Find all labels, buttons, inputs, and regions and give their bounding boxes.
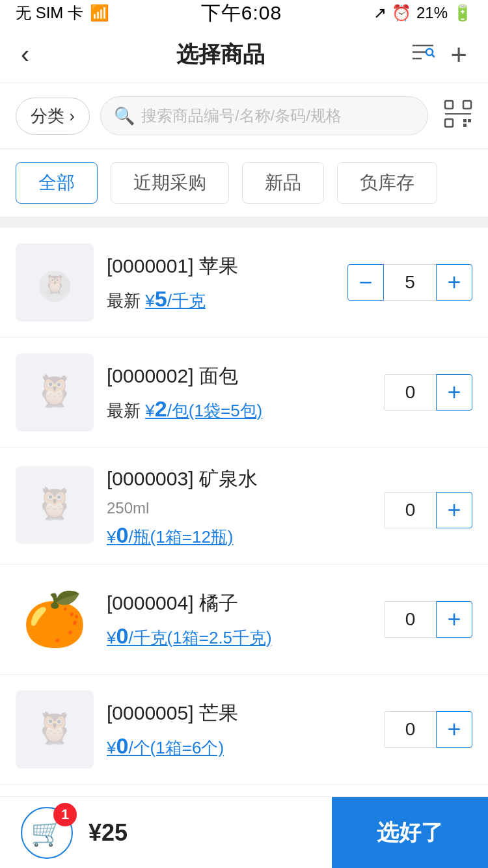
product-image-0000005: 🦉 <box>16 690 94 768</box>
status-bar: 无 SIM 卡 📶 下午6:08 ↗ ⏰ 21% 🔋 <box>0 0 488 26</box>
qty-plus-only: + <box>384 711 472 748</box>
price-currency: ¥0/千克(1箱=2.5千克) <box>107 628 272 647</box>
product-price: ¥0/瓶(1箱=12瓶) <box>107 522 371 549</box>
product-name: [0000001] 苹果 <box>107 253 334 280</box>
product-qty-0000005: + <box>384 711 472 748</box>
product-item: 🍊 [0000004] 橘子 ¥0/千克(1箱=2.5千克) + <box>0 565 488 675</box>
svg-rect-11 <box>463 124 467 127</box>
qty-input[interactable] <box>384 374 436 411</box>
product-price: 最新 ¥2/包(1袋=5包) <box>107 396 371 422</box>
cart-icon-wrap[interactable]: 🛒 1 <box>21 807 73 859</box>
product-item: 🦉 [0000001] 苹果 最新 ¥5/千克 − + <box>0 228 488 338</box>
battery-icon: 🔋 <box>453 4 472 22</box>
product-price: ¥0/个(1箱=6个) <box>107 733 371 759</box>
back-button[interactable]: ‹ <box>21 40 29 69</box>
product-info-0000002: [0000002] 面包 最新 ¥2/包(1袋=5包) <box>94 363 384 422</box>
qty-plus-only: + <box>384 374 472 411</box>
svg-rect-10 <box>468 119 471 122</box>
search-bar[interactable]: 🔍 搜索商品编号/名称/条码/规格 <box>100 96 428 135</box>
nav-bar: ‹ 选择商品 + <box>0 26 488 83</box>
product-qty-0000003: + <box>384 492 472 528</box>
filter-row: 分类 › 🔍 搜索商品编号/名称/条码/规格 <box>0 83 488 149</box>
qty-input[interactable] <box>384 492 436 528</box>
price-currency: ¥5/千克 <box>145 291 206 310</box>
qty-increment-button[interactable]: + <box>436 264 472 301</box>
cart-total: ¥25 <box>88 819 128 847</box>
product-image-0000003: 🦉 <box>16 466 94 544</box>
nav-actions: + <box>411 38 467 71</box>
product-item: 🦉 [0000002] 面包 最新 ¥2/包(1袋=5包) + <box>0 338 488 448</box>
scan-button[interactable] <box>444 100 472 133</box>
search-input[interactable]: 搜索商品编号/名称/条码/规格 <box>141 105 414 126</box>
category-button[interactable]: 分类 › <box>16 98 90 135</box>
tab-new[interactable]: 新品 <box>242 162 324 204</box>
product-info-0000005: [0000005] 芒果 ¥0/个(1箱=6个) <box>94 700 384 759</box>
product-spec: 250ml <box>107 499 371 517</box>
qty-input[interactable] <box>384 711 436 748</box>
product-list: 🦉 [0000001] 苹果 最新 ¥5/千克 − + 🦉 [0000002] … <box>0 228 488 868</box>
tab-negative[interactable]: 负库存 <box>337 162 437 204</box>
product-info-0000004: [0000004] 橘子 ¥0/千克(1箱=2.5千克) <box>94 590 384 649</box>
svg-text:🦉: 🦉 <box>44 273 66 295</box>
product-info-0000001: [0000001] 苹果 最新 ¥5/千克 <box>94 253 347 312</box>
status-right: ↗ ⏰ 21% 🔋 <box>373 4 472 22</box>
price-currency: ¥2/包(1袋=5包) <box>145 401 262 420</box>
svg-text:🦉: 🦉 <box>35 709 74 746</box>
qty-input[interactable] <box>384 264 436 301</box>
svg-rect-6 <box>463 101 471 109</box>
svg-text:🦉: 🦉 <box>35 372 74 409</box>
carrier-text: 无 SIM 卡 <box>16 3 83 23</box>
svg-rect-9 <box>463 119 467 122</box>
svg-rect-7 <box>445 119 453 127</box>
qty-input[interactable] <box>384 601 436 638</box>
price-currency: ¥0/个(1箱=6个) <box>107 738 224 757</box>
product-item: 🦉 [0000003] 矿泉水 250ml ¥0/瓶(1箱=12瓶) + <box>0 448 488 565</box>
product-name: [0000002] 面包 <box>107 363 371 390</box>
product-qty-0000002: + <box>384 374 472 411</box>
price-currency: ¥0/瓶(1箱=12瓶) <box>107 527 234 547</box>
alarm-icon: ⏰ <box>392 4 411 22</box>
product-name: [0000003] 矿泉水 <box>107 466 371 493</box>
product-info-0000003: [0000003] 矿泉水 250ml ¥0/瓶(1箱=12瓶) <box>94 466 384 549</box>
product-qty-0000001: − + <box>347 264 472 301</box>
status-left: 无 SIM 卡 📶 <box>16 3 109 23</box>
status-time: 下午6:08 <box>201 0 282 27</box>
add-button[interactable]: + <box>450 38 467 71</box>
product-name: [0000005] 芒果 <box>107 700 371 727</box>
product-image-0000004: 🍊 <box>16 580 94 658</box>
qty-plus-only: + <box>384 492 472 528</box>
tab-all[interactable]: 全部 <box>16 162 98 204</box>
qty-decrement-button[interactable]: − <box>347 264 384 301</box>
location-icon: ↗ <box>373 4 386 22</box>
product-qty-0000004: + <box>384 601 472 638</box>
tabs: 全部 近期采购 新品 负库存 <box>0 149 488 217</box>
svg-rect-5 <box>445 101 453 109</box>
qty-increment-button[interactable]: + <box>436 601 472 638</box>
product-item: 🦉 [0000005] 芒果 ¥0/个(1箱=6个) + <box>0 675 488 785</box>
svg-line-4 <box>432 55 435 57</box>
confirm-button[interactable]: 选好了 <box>332 797 488 869</box>
product-image-0000002: 🦉 <box>16 353 94 431</box>
tab-recent[interactable]: 近期采购 <box>111 162 229 204</box>
product-price: 最新 ¥5/千克 <box>107 286 334 312</box>
product-price: ¥0/千克(1箱=2.5千克) <box>107 623 371 649</box>
search-icon: 🔍 <box>114 106 135 126</box>
price-prefix: 最新 <box>107 401 145 420</box>
qty-plus-only: + <box>384 601 472 638</box>
page-title: 选择商品 <box>176 40 265 70</box>
divider <box>0 217 488 228</box>
orange-image: 🍊 <box>22 593 87 645</box>
bottom-bar: 🛒 1 ¥25 选好了 <box>0 796 488 868</box>
cart-badge: 1 <box>53 803 77 826</box>
product-name: [0000004] 橘子 <box>107 590 371 617</box>
product-image-0000001: 🦉 <box>16 243 94 321</box>
qty-increment-button[interactable]: + <box>436 711 472 748</box>
qty-increment-button[interactable]: + <box>436 374 472 411</box>
qty-increment-button[interactable]: + <box>436 492 472 528</box>
cart-area: 🛒 1 ¥25 <box>0 807 332 859</box>
filter-button[interactable] <box>411 41 435 68</box>
svg-text:🦉: 🦉 <box>35 485 74 522</box>
svg-point-3 <box>426 49 433 55</box>
battery-text: 21% <box>416 4 448 22</box>
wifi-icon: 📶 <box>90 4 109 22</box>
